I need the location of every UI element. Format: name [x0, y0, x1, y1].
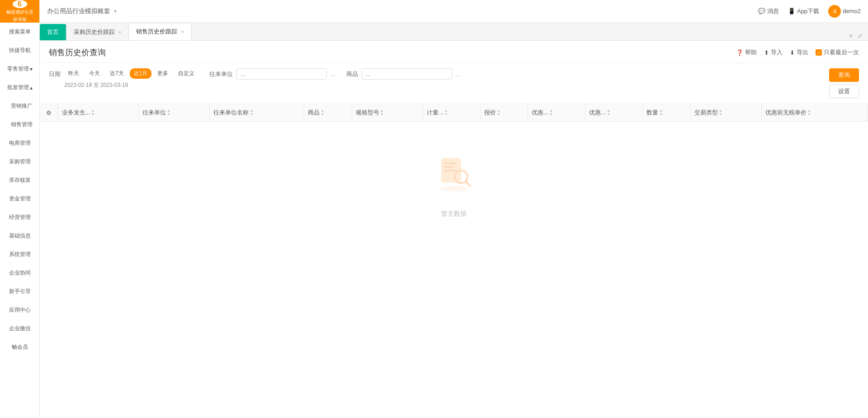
- date-btn-7days[interactable]: 近7天: [106, 68, 128, 79]
- sort-icon-goods[interactable]: ▲▼: [321, 109, 324, 116]
- sidebar-item-sales[interactable]: 销售管理: [0, 115, 39, 134]
- date-range-display: 2023-02-18 至 2023-03-18: [64, 81, 198, 89]
- col-discount2[interactable]: 优惠... ▲▼: [585, 104, 643, 122]
- page-actions: ❓ 帮助 ⬆ 导入 ⬇ 导出 ✓ 只看最后一次: [736, 48, 859, 57]
- sidebar-item-shortcuts[interactable]: 快捷导航: [0, 41, 39, 60]
- sort-icon-quote[interactable]: ▲▼: [497, 109, 500, 116]
- col-biz-date[interactable]: 业务发生... ▲▼: [58, 104, 139, 122]
- date-btn-1month[interactable]: 近1月: [130, 68, 152, 79]
- page-header: 销售历史价查询 ❓ 帮助 ⬆ 导入 ⬇ 导出 ✓ 只看最后一次: [40, 41, 868, 63]
- goods-input[interactable]: [362, 68, 452, 80]
- date-btn-today[interactable]: 今天: [85, 68, 104, 79]
- tab-sales-history[interactable]: 销售历史价跟踪 ×: [129, 24, 191, 40]
- header-title: 办公用品行业模拟账套: [47, 7, 110, 15]
- date-btn-yesterday[interactable]: 昨天: [64, 68, 83, 79]
- sidebar-item-finance[interactable]: 资金管理: [0, 190, 39, 208]
- sidebar-item-newbie[interactable]: 新手引导: [0, 282, 39, 301]
- sidebar-item-ecommerce[interactable]: 电商管理: [0, 134, 39, 152]
- sort-icon-trade-type[interactable]: ▲▼: [719, 109, 722, 116]
- header-dropdown-icon[interactable]: ▾: [114, 8, 117, 14]
- sidebar: 6 畅捷通好生意 标准版 搜索菜单 快捷导航 零售管理 ▾ 批发管理 ▴ 营销推…: [0, 0, 40, 418]
- sort-icon-discount1[interactable]: ▲▼: [549, 109, 553, 116]
- user-menu[interactable]: d demo2: [828, 5, 861, 18]
- tab-purchase-close-icon[interactable]: ×: [118, 29, 121, 35]
- col-partner-name-label: 往来单位名称: [213, 109, 249, 117]
- col-quantity[interactable]: 数量 ▲▼: [643, 104, 690, 122]
- sort-icon-unit[interactable]: ▲▼: [444, 109, 448, 116]
- col-discount1[interactable]: 优惠... ▲▼: [528, 104, 585, 122]
- import-btn[interactable]: ⬆ 导入: [764, 48, 783, 57]
- partner-dots-icon[interactable]: ...: [330, 71, 335, 77]
- sidebar-item-enterprise[interactable]: 企业协同: [0, 264, 39, 282]
- help-icon: ❓: [736, 49, 743, 56]
- query-button[interactable]: 查询: [829, 68, 859, 82]
- only-last-toggle[interactable]: ✓ 只看最后一次: [816, 48, 859, 57]
- sort-icon-pretax-price[interactable]: ▲▼: [807, 109, 811, 116]
- sidebar-item-search[interactable]: 搜索菜单: [0, 23, 39, 41]
- sort-icon-spec[interactable]: ▲▼: [380, 109, 384, 116]
- tab-purchase-label: 采购历史价跟踪: [74, 28, 115, 36]
- sidebar-item-wholesale[interactable]: 批发管理 ▴: [0, 78, 39, 97]
- date-btn-custom[interactable]: 自定义: [174, 68, 198, 79]
- sidebar-item-apps[interactable]: 应用中心: [0, 301, 39, 319]
- partner-filter-group: 往来单位 ...: [209, 68, 335, 80]
- filter-row: 日期 昨天 今天 近7天 近1月 更多 自定义 2023-02-18 至 202…: [49, 68, 859, 98]
- sidebar-item-operations[interactable]: 经营管理: [0, 208, 39, 227]
- sort-icon-partner-code[interactable]: ▲▼: [167, 109, 170, 116]
- col-unit[interactable]: 计量... ▲▼: [423, 104, 481, 122]
- sidebar-item-inventory[interactable]: 库存核算: [0, 171, 39, 190]
- sidebar-item-retail[interactable]: 零售管理 ▾: [0, 60, 39, 78]
- partner-input[interactable]: [236, 68, 327, 80]
- window-close-btn[interactable]: ×: [846, 31, 855, 40]
- date-buttons: 昨天 今天 近7天 近1月 更多 自定义: [64, 68, 198, 79]
- only-last-label: 只看最后一次: [824, 48, 859, 57]
- col-biz-date-label: 业务发生...: [62, 109, 90, 117]
- col-quote[interactable]: 报价 ▲▼: [481, 104, 528, 122]
- date-btn-more[interactable]: 更多: [153, 68, 172, 79]
- sidebar-item-system[interactable]: 系统管理: [0, 245, 39, 264]
- col-trade-type[interactable]: 交易类型 ▲▼: [690, 104, 761, 122]
- help-btn[interactable]: ❓ 帮助: [736, 48, 757, 57]
- sort-icon-biz-date[interactable]: ▲▼: [91, 109, 94, 116]
- col-goods-label: 商品: [308, 109, 320, 117]
- col-partner-code[interactable]: 往来单位 ▲▼: [139, 104, 210, 122]
- sidebar-item-basic[interactable]: 基础信息: [0, 227, 39, 245]
- sort-icon-discount2[interactable]: ▲▼: [607, 109, 610, 116]
- empty-icon: [431, 149, 476, 203]
- tab-home[interactable]: 首页: [40, 24, 66, 40]
- tab-purchase-history[interactable]: 采购历史价跟踪 ×: [66, 24, 129, 40]
- app-logo[interactable]: 6 畅捷通好生意 标准版: [0, 0, 39, 23]
- sort-icon-quantity[interactable]: ▲▼: [659, 109, 663, 116]
- window-maximize-btn[interactable]: ⤢: [855, 31, 864, 40]
- page-content: 销售历史价查询 ❓ 帮助 ⬆ 导入 ⬇ 导出 ✓ 只看最后一次: [40, 41, 868, 418]
- svg-rect-3: [444, 166, 454, 168]
- settings-icon[interactable]: ⚙: [46, 109, 52, 116]
- tab-sales-close-icon[interactable]: ×: [181, 29, 184, 34]
- col-partner-code-label: 往来单位: [142, 109, 166, 117]
- app-download-btn[interactable]: 📱 App下载: [788, 7, 819, 15]
- data-table: ⚙ 业务发生... ▲▼ 往来单位 ▲▼: [40, 104, 868, 122]
- sidebar-item-wechat[interactable]: 企业微信: [0, 319, 39, 338]
- page-title: 销售历史价查询: [49, 47, 106, 58]
- settings-button[interactable]: 设置: [829, 85, 859, 98]
- col-goods[interactable]: 商品 ▲▼: [304, 104, 352, 122]
- export-icon: ⬇: [790, 49, 795, 56]
- sidebar-item-member[interactable]: 畅会员: [0, 338, 39, 356]
- col-spec[interactable]: 规格型号 ▲▼: [352, 104, 423, 122]
- goods-dots-icon[interactable]: ...: [456, 71, 461, 77]
- export-btn[interactable]: ⬇ 导出: [790, 48, 808, 57]
- svg-point-0: [440, 186, 467, 191]
- top-header: 办公用品行业模拟账套 ▾ 💬 消息 📱 App下载 d demo2: [40, 0, 868, 23]
- col-pretax-price[interactable]: 优惠前无税单价 ▲▼: [762, 104, 868, 122]
- empty-text: 暂无数据: [441, 210, 467, 218]
- col-discount2-header: 优惠... ▲▼: [589, 109, 639, 117]
- sidebar-item-marketing[interactable]: 营销推广: [0, 97, 39, 115]
- sort-icon-partner-name[interactable]: ▲▼: [250, 109, 253, 116]
- sidebar-item-purchase[interactable]: 采购管理: [0, 152, 39, 171]
- col-partner-name[interactable]: 往来单位名称 ▲▼: [210, 104, 304, 122]
- col-settings[interactable]: ⚙: [40, 104, 58, 122]
- col-spec-header: 规格型号 ▲▼: [356, 109, 419, 117]
- col-unit-header: 计量... ▲▼: [427, 109, 476, 117]
- col-partner-code-header: 往来单位 ▲▼: [142, 109, 206, 117]
- message-btn[interactable]: 💬 消息: [758, 7, 779, 15]
